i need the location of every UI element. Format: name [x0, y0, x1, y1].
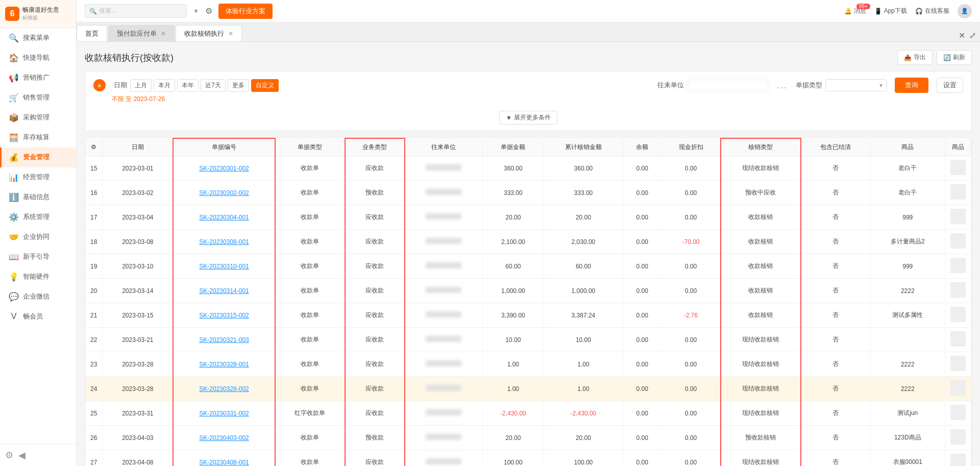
cell-partner: [405, 303, 483, 328]
service-label: 在线客服: [925, 7, 949, 15]
doc-no-link[interactable]: SK-20230302-002: [199, 189, 249, 197]
sidebar-item-wechat[interactable]: 💬 企业微信: [0, 287, 76, 307]
settings-button[interactable]: 设置: [937, 78, 963, 93]
filter-partner-item: 往来单位: [657, 79, 769, 91]
settings-bottom-icon[interactable]: ⚙: [5, 450, 13, 461]
cell-balance: 0.00: [623, 279, 662, 303]
tab-fullscreen-icon[interactable]: ⤢: [969, 31, 976, 40]
cell-doc-no: SK-20230308-001: [173, 230, 275, 254]
sidebar-item-nav[interactable]: 🏠 快捷导航: [0, 48, 76, 68]
doc-no-link[interactable]: SK-20230308-001: [199, 238, 249, 246]
bulb-icon: 💡: [9, 272, 19, 282]
cell-amount: 20.00: [482, 426, 544, 450]
page-header: 收款核销执行(按收款) 📤 导出 🔄 刷新: [85, 50, 972, 65]
cell-doc-no: SK-20230314-001: [173, 279, 275, 303]
collapse-icon[interactable]: ◀: [18, 450, 26, 461]
topbar-actions: 🔔 消息 99+ 📱 App下载 🎧 在线客服 👤: [844, 4, 972, 18]
sidebar-logo-text: 畅康道好生意: [22, 6, 59, 14]
cell-cum-cancel: 20.00: [544, 205, 623, 230]
cell-date: 2023-03-01: [103, 156, 173, 181]
cell-partner: [405, 230, 483, 254]
sidebar-item-search[interactable]: 🔍 搜索菜单: [0, 28, 76, 48]
date-7days-button[interactable]: 近7天: [201, 79, 226, 92]
sidebar-item-finance[interactable]: 💰 资金管理: [0, 148, 76, 167]
tab-home[interactable]: 首页: [77, 25, 107, 41]
doc-type-select[interactable]: [825, 79, 887, 91]
cell-date: 2023-04-08: [103, 450, 173, 467]
expand-more-button[interactable]: ▼ 展开更多条件: [499, 111, 557, 125]
date-this-month-button[interactable]: 本月: [154, 79, 175, 92]
online-service-action[interactable]: 🎧 在线客服: [915, 7, 949, 15]
page-actions: 📤 导出 🔄 刷新: [897, 50, 972, 65]
sidebar-item-enterprise[interactable]: 🤝 企业协同: [0, 227, 76, 247]
search-icon-topbar: 🔍: [89, 8, 97, 15]
cell-product: 999: [870, 254, 945, 279]
date-last-month-button[interactable]: 上月: [130, 79, 152, 92]
sidebar-item-guide[interactable]: 📖 新手引导: [0, 247, 76, 267]
doc-no-link[interactable]: SK-20230328-002: [199, 385, 249, 393]
date-this-year-button[interactable]: 本年: [177, 79, 199, 92]
doc-no-link[interactable]: SK-20230301-002: [199, 165, 249, 172]
sidebar-item-operation[interactable]: 📊 经营管理: [0, 167, 76, 187]
sidebar-item-purchase[interactable]: 📦 采购管理: [0, 108, 76, 128]
doc-no-link[interactable]: SK-20230331-002: [199, 410, 249, 417]
cell-cash-disc: 0.00: [662, 328, 721, 352]
app-download-action[interactable]: 📱 App下载: [874, 7, 907, 15]
cell-no: 20: [85, 279, 103, 303]
doc-no-link[interactable]: SK-20230314-001: [199, 287, 249, 295]
date-custom-button[interactable]: 自定义: [251, 79, 279, 92]
doc-no-link[interactable]: SK-20230408-001: [199, 459, 249, 466]
sidebar-item-hardware[interactable]: 💡 智能硬件: [0, 267, 76, 287]
cell-include-closed: 否: [801, 279, 870, 303]
cell-doc-no: SK-20230328-002: [173, 377, 275, 401]
export-button[interactable]: 📤 导出: [897, 50, 933, 65]
doc-no-link[interactable]: SK-20230328-001: [199, 361, 249, 368]
table-row: 26 2023-04-03 SK-20230403-002 收款单 预收款 20…: [85, 426, 971, 450]
cell-doc-no: SK-20230315-002: [173, 303, 275, 328]
cell-no: 19: [85, 254, 103, 279]
cell-balance: 0.00: [623, 352, 662, 377]
info-icon: ℹ️: [9, 192, 19, 202]
sidebar-item-sales[interactable]: 🛒 销售管理: [0, 88, 76, 108]
partner-input[interactable]: [687, 79, 769, 91]
cell-cum-cancel: 333.00: [544, 181, 623, 205]
cell-amount: 1.00: [482, 377, 544, 401]
sidebar-item-basic[interactable]: ℹ️ 基础信息: [0, 187, 76, 207]
cell-cum-cancel: 2,030.00: [544, 230, 623, 254]
tab-close-all-icon[interactable]: ✕: [959, 31, 965, 40]
sidebar-item-member[interactable]: V 畅会员: [0, 307, 76, 326]
doc-no-link[interactable]: SK-20230403-002: [199, 434, 249, 442]
tab-collection[interactable]: 收款核销执行 ✕: [176, 25, 242, 41]
doc-no-link[interactable]: SK-20230310-001: [199, 263, 249, 270]
topbar-search[interactable]: 🔍 搜索...: [85, 4, 187, 18]
doc-no-link[interactable]: SK-20230321-003: [199, 336, 249, 344]
topbar-gear-icon[interactable]: ⚙: [205, 6, 212, 16]
sidebar-item-marketing[interactable]: 📢 营销推广: [0, 68, 76, 88]
refresh-button[interactable]: 🔄 刷新: [937, 50, 972, 65]
tab-collection-close-icon[interactable]: ✕: [228, 30, 233, 37]
query-button[interactable]: 查询: [895, 78, 928, 93]
user-icon: 👤: [961, 8, 968, 14]
tab-prepay[interactable]: 预付款应付单 ✕: [108, 25, 175, 41]
sidebar-item-system[interactable]: ⚙️ 系统管理: [0, 207, 76, 227]
sidebar-item-inventory[interactable]: 🧮 库存核算: [0, 128, 76, 148]
cell-date: 2023-03-28: [103, 352, 173, 377]
doc-no-link[interactable]: SK-20230315-002: [199, 312, 249, 319]
industry-solution-button[interactable]: 体验行业方案: [218, 4, 273, 19]
cell-partner: [405, 328, 483, 352]
dropdown-chevron-icon[interactable]: ▼: [193, 8, 199, 15]
money-icon: 💰: [9, 153, 19, 162]
date-more-button[interactable]: 更多: [228, 79, 249, 92]
tab-prepay-close-icon[interactable]: ✕: [161, 30, 166, 37]
filter-toggle-button[interactable]: »: [93, 79, 106, 91]
user-avatar[interactable]: 👤: [958, 4, 972, 18]
cell-cancel-type: 现结收款核销: [721, 450, 801, 467]
th-gear[interactable]: ⚙: [85, 138, 103, 156]
message-action[interactable]: 🔔 消息 99+: [844, 7, 866, 15]
data-table-wrap: ⚙ 日期 单据编号 单据类型 业务类型 往来单位 单据金额 累计核销金额 余额 …: [85, 137, 972, 466]
cell-cash-disc: 0.00: [662, 254, 721, 279]
cell-cash-disc: 0.00: [662, 401, 721, 426]
cell-biz-type: 应收款: [345, 352, 405, 377]
doc-no-link[interactable]: SK-20230304-001: [199, 214, 249, 221]
cell-balance: 0.00: [623, 303, 662, 328]
